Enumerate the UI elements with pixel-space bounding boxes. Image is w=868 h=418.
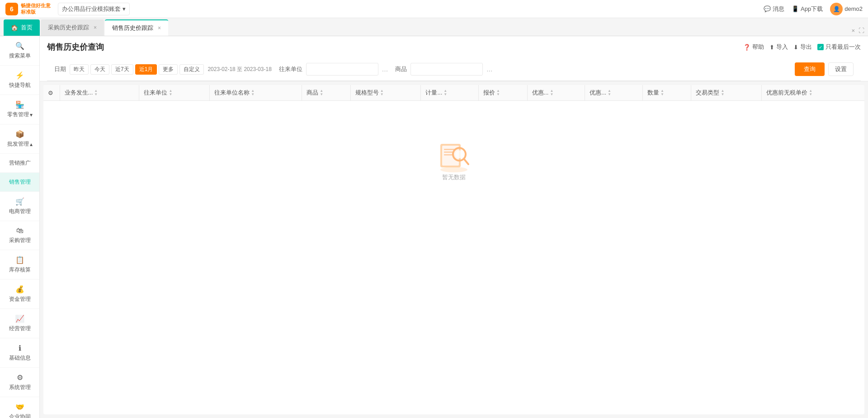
sidebar-item-quicknav[interactable]: ⚡ 快捷导航 xyxy=(0,66,39,95)
sidebar-item-purchase[interactable]: 🛍 采购管理 xyxy=(0,221,39,250)
date-btn-more[interactable]: 更多 xyxy=(159,64,178,75)
tab-close-all[interactable]: × xyxy=(851,27,855,34)
checkbox-checked-icon: ✓ xyxy=(817,44,824,50)
empty-text: 暂无数据 xyxy=(442,173,466,181)
svg-point-0 xyxy=(440,167,467,172)
sidebar-item-ecommerce[interactable]: 🛒 电商管理 xyxy=(0,192,39,221)
date-btn-yesterday[interactable]: 昨天 xyxy=(70,64,89,75)
sort-arrows-trade-type: ▲▼ xyxy=(721,89,724,96)
th-quantity[interactable]: 数量 ▲▼ xyxy=(642,85,691,101)
chevron-down-icon: ▾ xyxy=(30,112,33,118)
th-unit-label: 计量... xyxy=(425,89,442,97)
svg-rect-3 xyxy=(444,149,455,150)
th-discount1-label: 优惠... xyxy=(532,89,549,97)
svg-line-8 xyxy=(464,159,468,164)
page-header: 销售历史价查询 ❓ 帮助 ⬆ 导入 ⬇ 导出 ✓ xyxy=(40,36,868,81)
date-btn-today[interactable]: 今天 xyxy=(90,64,109,75)
sidebar-item-wholesale[interactable]: 📦 批发管理 ▴ xyxy=(0,124,39,154)
app-download-action[interactable]: 📱 App下载 xyxy=(792,5,823,13)
search-icon: 🔍 xyxy=(15,42,24,50)
sidebar-item-basics[interactable]: ℹ 基础信息 xyxy=(0,338,39,368)
user-action[interactable]: 👤 demo2 xyxy=(830,3,863,15)
tab-sales-close[interactable]: × xyxy=(158,25,161,31)
th-spec[interactable]: 规格型号 ▲▼ xyxy=(350,85,421,101)
th-discount2-sort: 优惠... ▲▼ xyxy=(590,89,638,97)
sidebar-item-finance[interactable]: 💰 资金管理 xyxy=(0,280,39,309)
th-discount2-label: 优惠... xyxy=(590,89,606,97)
empty-state: 暂无数据 xyxy=(43,101,864,218)
th-discount2[interactable]: 优惠... ▲▼ xyxy=(585,85,643,101)
th-trade-type[interactable]: 交易类型 ▲▼ xyxy=(691,85,762,101)
sidebar-item-search[interactable]: 🔍 搜索菜单 xyxy=(0,36,39,66)
purchase-icon: 🛍 xyxy=(16,227,24,235)
data-table: ⚙ 业务发生... ▲▼ 往来单位 ▲▼ xyxy=(43,85,864,218)
page-title-row: 销售历史价查询 ❓ 帮助 ⬆ 导入 ⬇ 导出 ✓ xyxy=(47,42,861,52)
filter-bar: 日期 昨天 今天 近7天 近1月 更多 自定义 2023-02-18 至 202… xyxy=(47,58,861,81)
sidebar-item-system-label: 系统管理 xyxy=(9,384,31,391)
th-gear[interactable]: ⚙ xyxy=(43,85,60,101)
help-icon: ❓ xyxy=(743,44,750,51)
sidebar-item-collab-label: 企业协同 xyxy=(9,413,31,418)
product-filter-label: 商品 xyxy=(395,65,407,73)
avatar: 👤 xyxy=(830,3,843,15)
th-unit[interactable]: 计量... ▲▼ xyxy=(421,85,479,101)
message-action[interactable]: 💬 消息 xyxy=(764,5,784,13)
source-input[interactable] xyxy=(306,63,378,76)
product-input[interactable] xyxy=(410,63,483,76)
source-filter-group: 往来单位 ... xyxy=(279,63,388,76)
sidebar-item-inventory[interactable]: 📋 库存核算 xyxy=(0,250,39,280)
th-quantity-sort: 数量 ▲▼ xyxy=(647,89,687,97)
help-action[interactable]: ❓ 帮助 xyxy=(743,43,764,51)
product-dots[interactable]: ... xyxy=(486,65,492,73)
table-header-row: ⚙ 业务发生... ▲▼ 往来单位 ▲▼ xyxy=(43,85,864,101)
fullscreen-icon[interactable]: ⛶ xyxy=(859,27,864,34)
workspace-selector[interactable]: 办公用品行业模拟账套 ▾ xyxy=(58,3,130,15)
sidebar-item-marketing[interactable]: 营销推广 xyxy=(0,154,39,173)
th-pretax-price[interactable]: 优惠前无税单价 ▲▼ xyxy=(762,85,864,101)
phone-icon: 📱 xyxy=(792,5,799,12)
sidebar-item-sales[interactable]: 销售管理 xyxy=(0,173,39,192)
ecommerce-icon: 🛒 xyxy=(15,197,24,206)
settings-button[interactable]: 设置 xyxy=(828,62,854,76)
tab-home[interactable]: 🏠 首页 xyxy=(4,19,40,36)
sidebar-item-inventory-label: 库存核算 xyxy=(9,266,31,274)
date-btn-custom[interactable]: 自定义 xyxy=(179,64,204,75)
sidebar-item-collab[interactable]: 🤝 企业协同 xyxy=(0,397,39,418)
th-trade-type-label: 交易类型 xyxy=(696,89,719,97)
th-trade-type-sort: 交易类型 ▲▼ xyxy=(696,89,757,97)
tab-purchase-close[interactable]: × xyxy=(94,24,97,31)
date-range-display: 2023-02-18 至 2023-03-18 xyxy=(208,66,271,73)
empty-illustration xyxy=(431,137,476,173)
th-date[interactable]: 业务发生... ▲▼ xyxy=(60,85,139,101)
export-action[interactable]: ⬇ 导出 xyxy=(793,43,812,51)
date-btn-1month[interactable]: 近1月 xyxy=(135,64,157,75)
only-latest-checkbox[interactable]: ✓ 只看最后一次 xyxy=(817,43,861,51)
import-label: 导入 xyxy=(776,43,788,51)
date-btn-7days[interactable]: 近7天 xyxy=(111,64,133,75)
svg-point-7 xyxy=(455,150,463,158)
sidebar-item-operations[interactable]: 📈 经营管理 xyxy=(0,309,39,338)
chevron-up-icon: ▴ xyxy=(30,141,33,147)
th-product[interactable]: 商品 ▲▼ xyxy=(302,85,351,101)
th-partner-name[interactable]: 往来单位名称 ▲▼ xyxy=(210,85,302,101)
tab-purchase-history[interactable]: 采购历史价跟踪 × xyxy=(41,19,104,36)
sidebar-item-sales-label: 销售管理 xyxy=(9,178,31,186)
th-unit-sort: 计量... ▲▼ xyxy=(425,89,474,97)
sidebar-item-retail[interactable]: 🏪 零售管理 ▾ xyxy=(0,95,39,124)
th-partner[interactable]: 往来单位 ▲▼ xyxy=(139,85,210,101)
th-pretax-price-sort: 优惠前无税单价 ▲▼ xyxy=(766,89,860,97)
sidebar-item-system[interactable]: ⚙ 系统管理 xyxy=(0,368,39,397)
th-price-label: 报价 xyxy=(483,89,495,97)
sidebar-item-finance-label: 资金管理 xyxy=(9,295,31,303)
quicknav-icon: ⚡ xyxy=(15,71,24,80)
th-price[interactable]: 报价 ▲▼ xyxy=(479,85,528,101)
table-body: 暂无数据 xyxy=(43,101,864,218)
query-button[interactable]: 查询 xyxy=(795,62,825,76)
tab-sales-history[interactable]: 销售历史价跟踪 × xyxy=(105,19,168,36)
sidebar-item-search-label: 搜索菜单 xyxy=(9,52,31,60)
source-dots[interactable]: ... xyxy=(382,65,388,73)
import-action[interactable]: ⬆ 导入 xyxy=(769,43,788,51)
gear-icon[interactable]: ⚙ xyxy=(48,90,53,96)
logo-icon: 6 xyxy=(5,3,18,15)
th-discount1[interactable]: 优惠... ▲▼ xyxy=(527,85,585,101)
